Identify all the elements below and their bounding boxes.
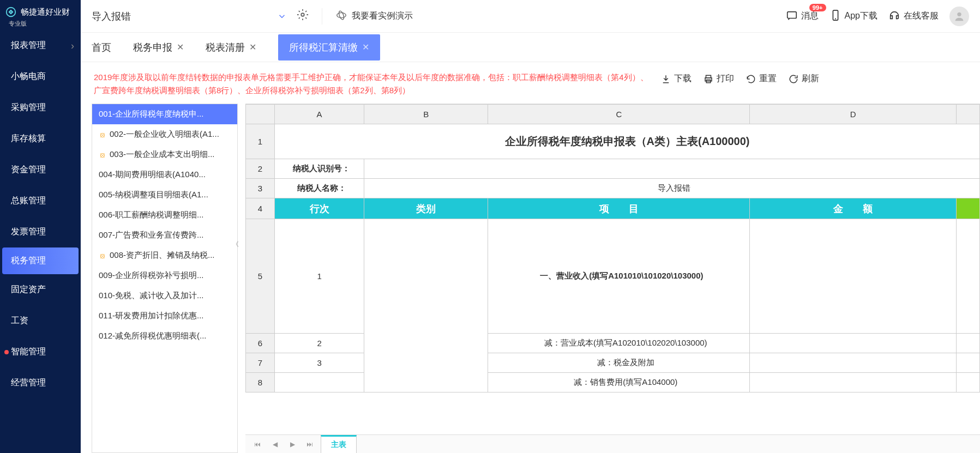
sheet-title[interactable]: 企业所得税年度纳税申报表（A类）主表(A100000) — [275, 124, 980, 159]
form-list-item[interactable]: 009-企业所得税弥补亏损明... — [92, 265, 237, 286]
row-header[interactable]: 4 — [246, 198, 275, 219]
row-header[interactable]: 5 — [246, 219, 275, 334]
sheet-corner[interactable] — [246, 105, 275, 124]
row-header[interactable]: 8 — [246, 373, 275, 392]
message-button[interactable]: 消息 99+ — [786, 9, 819, 23]
demo-link[interactable]: 我要看实例演示 — [335, 9, 413, 23]
sheet-nav-last-icon[interactable]: ⏭ — [303, 440, 316, 448]
taxpayer-id-label[interactable]: 纳税人识别号： — [275, 159, 364, 179]
page-tab[interactable]: 首页 — [92, 34, 111, 61]
col-header-c[interactable]: C — [488, 105, 750, 124]
row-header[interactable]: 1 — [246, 124, 275, 159]
collapse-handle-icon[interactable]: 《 — [232, 240, 239, 249]
sheet-nav-first-icon[interactable]: ⏮ — [251, 440, 264, 448]
customer-service-button[interactable]: 在线客服 — [888, 9, 939, 23]
cell-extra[interactable] — [957, 219, 980, 334]
close-icon[interactable]: ✕ — [249, 42, 256, 52]
cell-line[interactable]: 2 — [275, 334, 364, 353]
row-header[interactable]: 2 — [246, 159, 275, 179]
close-icon[interactable]: ✕ — [177, 42, 184, 52]
page-tab[interactable]: 所得税汇算清缴✕ — [278, 34, 380, 61]
refresh-button[interactable]: 刷新 — [789, 73, 819, 84]
header-category[interactable]: 类别 — [364, 198, 488, 219]
taxpayer-name-label[interactable]: 纳税人名称： — [275, 179, 364, 198]
reset-button[interactable]: 重置 — [746, 73, 777, 84]
header-extra[interactable] — [957, 198, 980, 219]
sidebar-item[interactable]: 发票管理 — [0, 216, 81, 247]
close-icon[interactable]: ✕ — [362, 42, 369, 52]
form-item-label: 007-广告费和业务宣传费跨... — [99, 230, 204, 240]
cell-category[interactable] — [364, 219, 488, 392]
message-label: 消息 — [801, 10, 819, 22]
sidebar-item[interactable]: 经营管理 — [0, 367, 81, 398]
cell-item[interactable]: 减：营业成本(填写A102010\102020\103000) — [488, 334, 750, 353]
cell-line[interactable]: 3 — [275, 353, 364, 373]
form-list-item[interactable]: 005-纳税调整项目明细表(A1... — [92, 185, 237, 205]
form-list-item[interactable]: 007-广告费和业务宣传费跨... — [92, 225, 237, 245]
form-list-item[interactable]: 004-期间费用明细表(A1040... — [92, 165, 237, 185]
col-header-extra[interactable] — [957, 105, 980, 124]
gear-icon[interactable] — [297, 9, 309, 23]
form-list-item[interactable]: ⦻002-一般企业收入明细表(A1... — [92, 124, 237, 144]
form-list-item[interactable]: 012-减免所得税优惠明细表(... — [92, 326, 237, 346]
cell-line[interactable] — [275, 373, 364, 392]
col-header-d[interactable]: D — [750, 105, 957, 124]
taxpayer-name-value[interactable]: 导入报错 — [364, 179, 980, 198]
org-dropdown[interactable]: 导入报错 — [92, 9, 309, 23]
svg-point-7 — [957, 12, 961, 16]
header-line[interactable]: 行次 — [275, 198, 364, 219]
cell-amount[interactable] — [750, 373, 957, 392]
sidebar-item[interactable]: 智能管理 — [0, 336, 81, 367]
form-item-label: 009-企业所得税弥补亏损明... — [99, 270, 204, 281]
sidebar-item[interactable]: 资金管理 — [0, 154, 81, 185]
message-icon — [786, 9, 798, 23]
sidebar-item[interactable]: 报表管理 — [0, 30, 81, 61]
cell-amount[interactable] — [750, 219, 957, 334]
sheet-nav-prev-icon[interactable]: ◀ — [268, 440, 281, 448]
print-button[interactable]: 打印 — [704, 73, 734, 84]
row-header[interactable]: 6 — [246, 334, 275, 353]
cell-amount[interactable] — [750, 334, 957, 353]
main-area: 导入报错 我要看实例演示 — [81, 0, 980, 453]
page-tab[interactable]: 税表清册✕ — [206, 34, 256, 61]
sidebar-item[interactable]: 采购管理 — [0, 92, 81, 123]
form-list-item[interactable]: 010-免税、减计收入及加计... — [92, 286, 237, 306]
cell-extra[interactable] — [957, 334, 980, 353]
cell-item[interactable]: 减：销售费用(填写A104000) — [488, 373, 750, 392]
tab-label: 所得税汇算清缴 — [289, 41, 358, 54]
row-header[interactable]: 7 — [246, 353, 275, 373]
sidebar-item[interactable]: 固定资产 — [0, 274, 81, 305]
header-item[interactable]: 项 目 — [488, 198, 750, 219]
col-header-b[interactable]: B — [364, 105, 488, 124]
brand-name: 畅捷通好业财 — [21, 7, 70, 17]
header-amount[interactable]: 金 额 — [750, 198, 957, 219]
sidebar-item[interactable]: 税务管理 — [2, 247, 79, 274]
avatar[interactable] — [949, 7, 969, 26]
download-button[interactable]: 下载 — [661, 73, 692, 84]
form-list-item[interactable]: 011-研发费用加计扣除优惠... — [92, 306, 237, 326]
form-item-label: 008-资产折旧、摊销及纳税... — [110, 250, 215, 261]
cell-line[interactable]: 1 — [275, 219, 364, 334]
sidebar-item[interactable]: 工资 — [0, 305, 81, 336]
form-list-item[interactable]: 001-企业所得税年度纳税申... — [92, 104, 237, 124]
sheet-nav-next-icon[interactable]: ▶ — [286, 440, 299, 448]
warning-icon: ⦻ — [99, 150, 106, 159]
page-tab[interactable]: 税务申报✕ — [133, 34, 184, 61]
cell-extra[interactable] — [957, 353, 980, 373]
sidebar-item[interactable]: 库存核算 — [0, 123, 81, 154]
sheet-grid[interactable]: A B C D 1 企业所得税年度纳税申报表（A类）主表(A100000) 2 — [245, 104, 980, 434]
row-header[interactable]: 3 — [246, 179, 275, 198]
cell-amount[interactable] — [750, 353, 957, 373]
col-header-a[interactable]: A — [275, 105, 364, 124]
form-list-item[interactable]: ⦻003-一般企业成本支出明细... — [92, 144, 237, 165]
cell-item[interactable]: 一、营业收入(填写A101010\101020\103000) — [488, 219, 750, 334]
sidebar-item[interactable]: 总账管理 — [0, 185, 81, 216]
app-download-button[interactable]: App下载 — [829, 9, 877, 23]
form-list-item[interactable]: 006-职工薪酬纳税调整明细... — [92, 205, 237, 225]
sidebar-item[interactable]: 小畅电商 — [0, 61, 81, 92]
sheet-tab[interactable]: 主表 — [321, 435, 357, 453]
cell-item[interactable]: 减：税金及附加 — [488, 353, 750, 373]
form-list-item[interactable]: ⦻008-资产折旧、摊销及纳税... — [92, 245, 237, 265]
cell-extra[interactable] — [957, 373, 980, 392]
taxpayer-id-value[interactable] — [364, 159, 980, 179]
